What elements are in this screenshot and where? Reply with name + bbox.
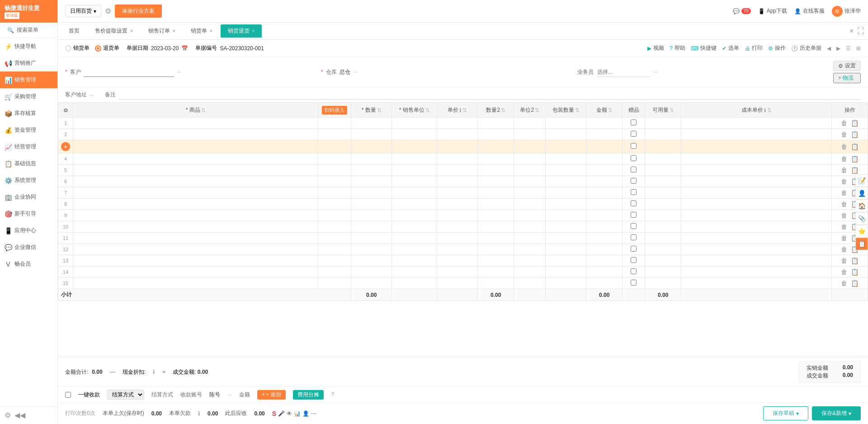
available-cell[interactable]: [645, 140, 681, 153]
sale-radio[interactable]: 销货单: [65, 44, 90, 52]
unit2-cell[interactable]: [514, 199, 546, 210]
available-cell[interactable]: [645, 244, 681, 255]
account-method-select[interactable]: 结算方式: [107, 390, 144, 400]
quantity2-cell[interactable]: [478, 210, 514, 221]
pack-qty-cell[interactable]: [546, 233, 586, 244]
app-download-action[interactable]: 📱 App下载: [758, 7, 787, 15]
delete-row-btn[interactable]: 🗑: [841, 178, 847, 185]
gift-checkbox[interactable]: [631, 167, 637, 172]
gift-checkbox[interactable]: [631, 200, 637, 206]
add-row-btn[interactable]: +: [61, 142, 70, 151]
unit-price-cell[interactable]: [437, 278, 478, 289]
unit-price-cell[interactable]: [437, 129, 478, 140]
available-cell[interactable]: [645, 278, 681, 289]
sales-unit-cell[interactable]: [392, 255, 437, 267]
pack-qty-cell[interactable]: [546, 129, 586, 140]
bottom-icon-mic[interactable]: 🎤: [278, 410, 285, 417]
fee-info-icon[interactable]: ?: [331, 391, 334, 398]
product-cell[interactable]: [73, 255, 318, 267]
amount-cell[interactable]: [586, 153, 623, 165]
unit2-cell[interactable]: [514, 187, 546, 199]
sales-unit-cell[interactable]: [392, 176, 437, 187]
sidebar-search[interactable]: 🔍 搜索菜单: [0, 23, 57, 38]
gift-checkbox[interactable]: [631, 178, 637, 184]
cost-unit-cell[interactable]: [681, 233, 832, 244]
sidebar-item-shortcuts[interactable]: ⚡ 快捷导航: [0, 38, 57, 55]
delete-row-btn[interactable]: 🗑: [841, 212, 847, 219]
delete-row-btn[interactable]: 🗑: [841, 189, 847, 196]
quantity2-cell[interactable]: [478, 165, 514, 176]
side-tool-5[interactable]: ⭐: [855, 225, 868, 238]
pack-qty-cell[interactable]: [546, 176, 586, 187]
amount-cell[interactable]: [586, 129, 623, 140]
calendar-icon[interactable]: 📅: [181, 45, 188, 52]
available-cell[interactable]: [645, 118, 681, 129]
sidebar-item-enterprise[interactable]: 🏢 企业协同: [0, 189, 57, 205]
info-icon[interactable]: ℹ: [153, 369, 155, 375]
side-tool-4[interactable]: 📎: [855, 212, 868, 225]
amount-sort-icon[interactable]: ⇅: [608, 107, 613, 114]
one-click-checkbox[interactable]: [65, 392, 71, 398]
unit-price-cell[interactable]: [437, 233, 478, 244]
product-cell[interactable]: [73, 153, 318, 165]
available-cell[interactable]: [645, 199, 681, 210]
fee-split-btn[interactable]: 费用分摊: [293, 390, 324, 400]
sales-unit-cell[interactable]: [392, 210, 437, 221]
product-cell[interactable]: [73, 233, 318, 244]
delete-row-btn[interactable]: 🗑: [841, 257, 847, 264]
toolbar-print[interactable]: 🖨 打印: [745, 44, 763, 52]
sidebar-item-sales[interactable]: 📊 销售管理: [0, 71, 57, 88]
cost-unit-cell[interactable]: [681, 267, 832, 278]
quantity-cell[interactable]: [351, 165, 392, 176]
amount-cell[interactable]: [586, 267, 623, 278]
amount-cell[interactable]: [586, 210, 623, 221]
gift-checkbox[interactable]: [631, 212, 637, 218]
cost-unit-sort-icon[interactable]: ⇅: [767, 107, 772, 114]
pack-qty-cell[interactable]: [546, 118, 586, 129]
product-cell[interactable]: [73, 129, 318, 140]
sales-unit-cell[interactable]: [392, 140, 437, 153]
amount-cell[interactable]: [586, 118, 623, 129]
amount-cell[interactable]: [586, 165, 623, 176]
save-draft-button[interactable]: 保存草稿 ▾: [763, 406, 808, 420]
quantity2-cell[interactable]: [478, 153, 514, 165]
cost-unit-cell[interactable]: [681, 255, 832, 267]
copy-row-btn[interactable]: 📋: [851, 119, 859, 127]
unit2-cell[interactable]: [514, 118, 546, 129]
pack-qty-cell[interactable]: [546, 210, 586, 221]
gift-checkbox[interactable]: [631, 234, 637, 240]
scan-button[interactable]: 扫码录入: [322, 106, 347, 114]
delete-row-btn[interactable]: 🗑: [841, 143, 847, 150]
quantity2-cell[interactable]: [478, 221, 514, 233]
sidebar-item-wechat[interactable]: 💬 企业微信: [0, 239, 57, 256]
sales-unit-cell[interactable]: [392, 153, 437, 165]
gift-checkbox[interactable]: [631, 280, 637, 286]
quantity-cell[interactable]: [351, 140, 392, 153]
delete-row-btn[interactable]: 🗑: [841, 268, 847, 276]
product-cell[interactable]: [73, 278, 318, 289]
unit2-cell[interactable]: [514, 233, 546, 244]
copy-row-btn[interactable]: 📋: [851, 257, 859, 264]
quantity-cell[interactable]: [351, 210, 392, 221]
unit2-cell[interactable]: [514, 255, 546, 267]
notification-action[interactable]: 💬 70: [733, 8, 751, 14]
sidebar-settings-icon[interactable]: ⚙: [5, 411, 11, 419]
tab-returns-close[interactable]: ×: [252, 29, 255, 33]
pack-qty-cell[interactable]: [546, 255, 586, 267]
view-grid[interactable]: ⊞: [856, 45, 861, 52]
unit-price-cell[interactable]: [437, 267, 478, 278]
save-new-button[interactable]: 保存&新增 ▾: [812, 406, 861, 420]
unit2-cell[interactable]: [514, 176, 546, 187]
unit-price-cell[interactable]: [437, 199, 478, 210]
delete-row-btn[interactable]: 🗑: [841, 246, 847, 253]
available-cell[interactable]: [645, 267, 681, 278]
unit2-cell[interactable]: [514, 221, 546, 233]
product-sort-icon[interactable]: ⇅: [201, 107, 206, 114]
pack-qty-cell[interactable]: [546, 267, 586, 278]
amount-cell[interactable]: [586, 187, 623, 199]
unit-price-cell[interactable]: [437, 221, 478, 233]
quantity2-cell[interactable]: [478, 118, 514, 129]
product-cell[interactable]: [73, 267, 318, 278]
product-cell[interactable]: [73, 165, 318, 176]
quantity-cell[interactable]: [351, 129, 392, 140]
